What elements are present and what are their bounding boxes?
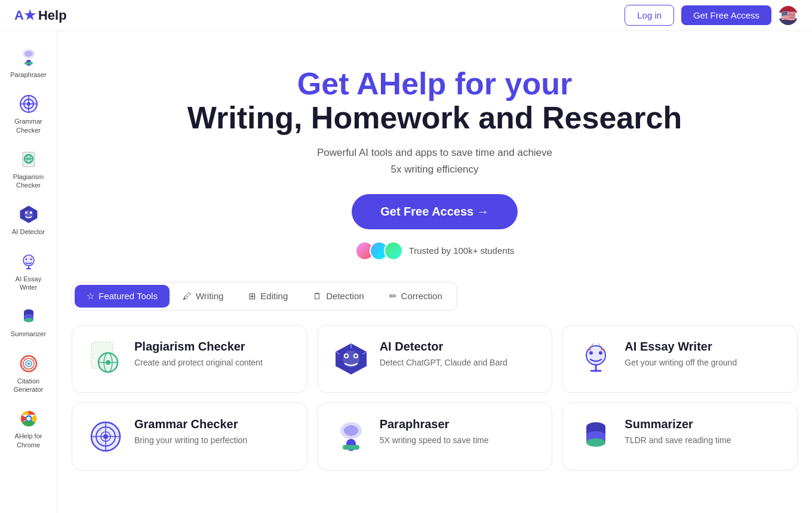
grammar-card-title: Grammar Checker bbox=[134, 417, 293, 431]
tab-editing[interactable]: ⊞ Editing bbox=[236, 285, 300, 308]
tab-featured-label: Featured Tools bbox=[99, 291, 158, 301]
summarizer-card-info: Summarizer TLDR and save reading time bbox=[625, 417, 783, 447]
header: A★Help Log in Get Free Access 🇺🇸 bbox=[0, 0, 812, 31]
tool-card-grammar-checker[interactable]: Grammar Checker Bring your writing to pe… bbox=[72, 403, 307, 471]
essay-card-title: AI Essay Writer bbox=[625, 340, 783, 354]
tab-correction-icon: ✏ bbox=[389, 291, 397, 302]
essay-card-icon bbox=[577, 340, 615, 378]
hero-subtitle: Powerful AI tools and apps to save time … bbox=[72, 145, 798, 177]
get-free-access-button[interactable]: Get Free Access bbox=[681, 5, 771, 25]
svg-point-1 bbox=[24, 51, 33, 57]
hero-title-top: Get AHelp for your bbox=[72, 67, 798, 101]
logo-text: Help bbox=[38, 8, 67, 23]
svg-point-53 bbox=[589, 348, 591, 351]
sidebar: Paraphraser Grammar Checker bbox=[0, 31, 57, 494]
tab-writing-icon: 🖊 bbox=[183, 291, 192, 301]
sidebar-item-citation-generator[interactable]: Citation Generator bbox=[2, 347, 55, 400]
sidebar-label-grammar: Grammar Checker bbox=[7, 117, 50, 134]
grammar-card-icon bbox=[87, 417, 125, 456]
plagiarism-card-title: Plagiarism Checker bbox=[134, 340, 293, 354]
summarizer-card-desc: TLDR and save reading time bbox=[625, 435, 783, 447]
sidebar-item-plagiarism-checker[interactable]: Plagiarism Checker bbox=[2, 143, 55, 196]
svg-point-22 bbox=[25, 256, 26, 257]
tool-card-ai-detector[interactable]: AI Detector Detect ChatGPT, Claude and B… bbox=[317, 325, 553, 393]
svg-point-46 bbox=[355, 355, 357, 357]
tab-writing-label: Writing bbox=[196, 291, 223, 301]
tabs-section: ☆ Featured Tools 🖊 Writing ⊞ Editing 🗒 D… bbox=[72, 282, 798, 311]
tab-correction[interactable]: ✏ Correction bbox=[377, 285, 454, 308]
svg-rect-68 bbox=[343, 445, 359, 450]
plagiarism-card-icon bbox=[87, 340, 125, 378]
svg-point-15 bbox=[25, 211, 27, 214]
logo[interactable]: A★Help bbox=[14, 8, 67, 23]
ai-detector-card-desc: Detect ChatGPT, Claude and Bard bbox=[380, 357, 538, 369]
tool-card-summarizer[interactable]: Summarizer TLDR and save reading time bbox=[562, 403, 798, 471]
svg-point-16 bbox=[30, 211, 32, 214]
svg-rect-3 bbox=[24, 62, 33, 64]
summarizer-card-title: Summarizer bbox=[625, 417, 783, 431]
essay-icon bbox=[18, 251, 39, 272]
trust-text: Trusted by 100k+ students bbox=[409, 245, 515, 256]
tool-card-plagiarism-checker[interactable]: Plagiarism Checker Create and protect or… bbox=[72, 325, 307, 393]
main-content: Get AHelp for your Writing, Homework and… bbox=[57, 31, 812, 494]
essay-card-info: AI Essay Writer Get your writing off the… bbox=[625, 340, 783, 369]
avatar-group bbox=[355, 241, 403, 260]
tab-writing[interactable]: 🖊 Writing bbox=[171, 285, 235, 308]
sidebar-label-summarizer: Summarizer bbox=[11, 330, 46, 338]
svg-point-66 bbox=[344, 425, 358, 436]
hero-section: Get AHelp for your Writing, Homework and… bbox=[72, 55, 798, 282]
sidebar-item-paraphraser[interactable]: Paraphraser bbox=[2, 41, 55, 85]
chrome-icon bbox=[18, 408, 39, 429]
tab-editing-label: Editing bbox=[260, 291, 288, 301]
svg-point-54 bbox=[601, 348, 603, 351]
sidebar-item-chrome[interactable]: AHelp for Chrome bbox=[2, 402, 55, 455]
tab-featured-icon: ☆ bbox=[87, 291, 94, 302]
tab-featured[interactable]: ☆ Featured Tools bbox=[75, 285, 170, 308]
sidebar-item-summarizer[interactable]: Summarizer bbox=[2, 300, 55, 344]
tabs-bar: ☆ Featured Tools 🖊 Writing ⊞ Editing 🗒 D… bbox=[72, 282, 457, 311]
paraphraser-card-info: Paraphraser 5X writing speed to save tim… bbox=[380, 417, 538, 447]
tab-correction-label: Correction bbox=[401, 291, 442, 301]
hero-cta-button[interactable]: Get Free Access → bbox=[352, 194, 518, 229]
grammar-icon bbox=[18, 93, 39, 115]
sidebar-label-plagiarism: Plagiarism Checker bbox=[7, 173, 50, 190]
svg-point-17 bbox=[23, 255, 34, 266]
sidebar-label-chrome: AHelp for Chrome bbox=[7, 432, 50, 449]
ai-detector-card-title: AI Detector bbox=[380, 340, 538, 354]
svg-point-18 bbox=[25, 258, 27, 260]
tool-card-ai-essay-writer[interactable]: AI Essay Writer Get your writing off the… bbox=[562, 325, 798, 393]
grammar-card-info: Grammar Checker Bring your writing to pe… bbox=[134, 417, 293, 447]
essay-card-desc: Get your writing off the ground bbox=[625, 357, 783, 369]
paraphraser-card-icon bbox=[332, 417, 370, 456]
tab-detection[interactable]: 🗒 Detection bbox=[301, 285, 376, 308]
paraphraser-card-title: Paraphraser bbox=[380, 417, 538, 431]
plagiarism-icon bbox=[18, 149, 39, 170]
svg-point-36 bbox=[27, 417, 30, 420]
tools-grid: Plagiarism Checker Create and protect or… bbox=[72, 325, 798, 471]
sidebar-item-ai-essay-writer[interactable]: AI Essay Writer bbox=[2, 245, 55, 298]
login-button[interactable]: Log in bbox=[625, 5, 674, 26]
avatar-3 bbox=[384, 241, 403, 260]
plagiarism-card-desc: Create and protect original content bbox=[134, 357, 293, 369]
sidebar-item-grammar-checker[interactable]: Grammar Checker bbox=[2, 87, 55, 140]
svg-point-8 bbox=[27, 102, 30, 106]
sidebar-label-paraphraser: Paraphraser bbox=[10, 70, 47, 79]
sidebar-item-ai-detector[interactable]: AI Detector bbox=[2, 198, 55, 242]
tab-detection-label: Detection bbox=[326, 291, 364, 301]
ai-detector-card-info: AI Detector Detect ChatGPT, Claude and B… bbox=[380, 340, 538, 369]
header-actions: Log in Get Free Access 🇺🇸 bbox=[625, 5, 798, 26]
citation-icon bbox=[18, 353, 39, 374]
ai-detector-sidebar-icon bbox=[18, 204, 39, 225]
summarizer-card-icon bbox=[577, 417, 615, 456]
tab-detection-icon: 🗒 bbox=[313, 291, 322, 301]
svg-point-28 bbox=[24, 318, 33, 322]
sidebar-label-citation: Citation Generator bbox=[7, 377, 50, 394]
svg-point-13 bbox=[27, 158, 30, 160]
tool-card-paraphraser[interactable]: Paraphraser 5X writing speed to save tim… bbox=[317, 403, 553, 471]
sidebar-label-essay-writer: AI Essay Writer bbox=[7, 275, 50, 292]
svg-point-32 bbox=[27, 363, 30, 365]
ai-detector-card-icon bbox=[332, 340, 370, 378]
svg-point-73 bbox=[586, 438, 605, 447]
summarizer-sidebar-icon bbox=[18, 306, 39, 327]
language-flag[interactable]: 🇺🇸 bbox=[779, 6, 798, 25]
